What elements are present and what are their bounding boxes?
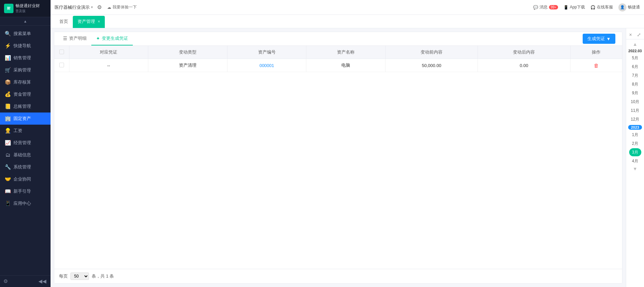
month-item-2023-3[interactable]: 3月	[629, 148, 641, 156]
fixed-assets-icon: 🏢	[5, 116, 11, 122]
month-item-6[interactable]: 6月	[629, 63, 641, 71]
sidebar-item-search[interactable]: 🔍 搜索菜单	[0, 28, 51, 40]
sub-tab-asset-detail[interactable]: ☰ 资产明细	[58, 32, 91, 45]
sidebar-item-purchase[interactable]: 🛒 采购管理	[0, 64, 51, 76]
avatar: 👤	[618, 3, 626, 11]
messages-btn[interactable]: 💬 消息 99+	[533, 4, 558, 10]
generate-voucher-btn[interactable]: 生成凭证 ▼	[583, 34, 615, 44]
table-container: 对应凭证 变动类型 资产编号 资产名称 变动前内容 变动后内容 操作	[54, 46, 622, 269]
delete-row-btn[interactable]: 🗑	[594, 63, 599, 68]
panel-expand-btn[interactable]: ⤢	[636, 32, 642, 38]
table-col-change-type: 变动类型	[148, 46, 227, 59]
customer-service-icon: 🎧	[590, 5, 595, 10]
sidebar-footer: ⚙ ◀◀	[0, 275, 51, 287]
table-col-asset-code: 资产编号	[227, 46, 306, 59]
sidebar-settings-btn[interactable]: ⚙	[3, 278, 8, 284]
sidebar-header: 财 畅捷通好业财 普及版	[0, 0, 51, 17]
main-area: 医疗器械行业演示 ▾ ⚙ ☁ 我要体验一下 💬 消息 99+ 📱 App下载 🎧…	[51, 0, 644, 287]
timeline-nav-down-btn[interactable]: ▼	[630, 165, 640, 172]
tab-close-btn[interactable]: ×	[98, 19, 100, 24]
sidebar-item-label: 快捷导航	[13, 43, 31, 49]
table-col-voucher: 对应凭证	[69, 46, 148, 59]
month-item-2023-4[interactable]: 4月	[629, 157, 641, 165]
row-change-type: 资产清理	[148, 59, 227, 72]
app-download-btn[interactable]: 📱 App下载	[563, 4, 585, 10]
tab-asset-management[interactable]: 资产管理 ×	[73, 16, 105, 28]
tab-home-label: 首页	[59, 19, 68, 25]
select-all-checkbox[interactable]	[59, 50, 64, 54]
enterprise-icon: 🤝	[5, 176, 11, 182]
panel-close-btn[interactable]: ×	[628, 32, 633, 38]
tab-home[interactable]: 首页	[55, 16, 73, 28]
sidebar-item-operations[interactable]: 📈 经营管理	[0, 137, 51, 149]
month-item-10[interactable]: 10月	[629, 98, 641, 106]
table-col-after: 变动后内容	[478, 46, 570, 59]
timeline-nav-up-btn[interactable]: ▲	[630, 41, 640, 47]
sidebar-item-basic-info[interactable]: 🗂 基础信息	[0, 149, 51, 161]
total-label: 条，共 1 条	[92, 273, 114, 279]
per-page-select[interactable]: 50 10 20 100	[70, 273, 89, 280]
panel-header: × ⤢	[626, 30, 644, 39]
row-asset-code[interactable]: 000001	[227, 59, 306, 72]
experience-btn[interactable]: ☁ 我要体验一下	[107, 4, 137, 10]
sidebar-item-label: 资金管理	[13, 91, 31, 97]
search-nav-icon: 🔍	[5, 31, 11, 37]
row-after-content: 0.00	[478, 59, 570, 72]
sub-tab-generate-voucher[interactable]: ✦ 变更生成凭证	[91, 32, 133, 45]
sidebar-item-label: 固定资产	[13, 116, 31, 122]
experience-label: 我要体验一下	[113, 4, 137, 10]
sidebar-item-inventory[interactable]: 📦 库存核算	[0, 76, 51, 88]
tabs-bar: 首页 资产管理 ×	[51, 15, 644, 28]
month-item-2023-2[interactable]: 2月	[629, 139, 641, 148]
topbar-settings-icon[interactable]: ⚙	[97, 4, 102, 10]
username-label: 畅捷通	[628, 4, 640, 10]
sidebar-item-label: 新手引导	[13, 188, 31, 194]
sidebar-item-app-center[interactable]: 📱 应用中心	[0, 197, 51, 210]
sidebar-nav: 🔍 搜索菜单 ⚡ 快捷导航 📊 销售管理 🛒 采购管理 📦 库存核算 💰 资金管…	[0, 26, 51, 275]
sidebar-item-enterprise[interactable]: 🤝 企业协同	[0, 173, 51, 185]
sidebar-item-label: 企业协同	[13, 176, 31, 182]
sidebar-item-fixed-assets[interactable]: 🏢 固定资产	[0, 113, 51, 125]
sidebar-item-salary[interactable]: 👷 工资	[0, 125, 51, 137]
sidebar-item-guide[interactable]: 📖 新手引导	[0, 185, 51, 197]
month-item-11[interactable]: 11月	[629, 106, 641, 115]
year-2022-label: 2022.03	[628, 49, 642, 53]
sidebar-item-quick-nav[interactable]: ⚡ 快捷导航	[0, 40, 51, 52]
inventory-icon: 📦	[5, 79, 11, 85]
sidebar-item-capital[interactable]: 💰 资金管理	[0, 88, 51, 100]
row-voucher: --	[69, 59, 148, 72]
table-header-checkbox	[54, 46, 69, 59]
timeline-container: ▲ 2022.03 5月 6月 7月 8月 9月 10月 11月 12月 202…	[626, 41, 644, 285]
system-icon: 🔧	[5, 164, 11, 170]
tab-asset-management-label: 资产管理	[78, 19, 95, 25]
salary-icon: 👷	[5, 128, 11, 134]
sidebar-item-ledger[interactable]: 📒 总账管理	[0, 100, 51, 113]
month-item-12[interactable]: 12月	[629, 115, 641, 123]
customer-service-btn[interactable]: 🎧 在线客服	[590, 4, 613, 10]
month-item-9[interactable]: 9月	[629, 89, 641, 97]
purchase-icon: 🛒	[5, 67, 11, 73]
company-selector[interactable]: 医疗器械行业演示 ▾	[55, 4, 93, 10]
sidebar-scroll-up-btn[interactable]: ▲	[23, 19, 28, 24]
sidebar-item-label: 搜索菜单	[13, 31, 31, 37]
month-item-7[interactable]: 7月	[629, 71, 641, 79]
company-name: 医疗器械行业演示	[55, 4, 90, 10]
sidebar-collapse-btn[interactable]: ◀◀	[38, 278, 47, 285]
sidebar-item-label: 应用中心	[13, 200, 31, 206]
user-profile-btn[interactable]: 👤 畅捷通	[618, 3, 640, 11]
month-item-5[interactable]: 5月	[629, 54, 641, 62]
month-item-2023-1[interactable]: 1月	[629, 131, 641, 139]
generate-btn-area: 生成凭证 ▼	[580, 34, 618, 44]
sub-tabs: ☰ 资产明细 ✦ 变更生成凭证 生成凭证 ▼	[54, 32, 622, 46]
sidebar-item-system[interactable]: 🔧 系统管理	[0, 161, 51, 173]
customer-service-label: 在线客服	[597, 4, 613, 10]
sidebar: 财 畅捷通好业财 普及版 ▲ 🔍 搜索菜单 ⚡ 快捷导航 📊 销售管理 🛒 采购…	[0, 0, 51, 287]
row-checkbox[interactable]	[59, 63, 64, 67]
month-item-8[interactable]: 8月	[629, 80, 641, 88]
table-col-before: 变动前内容	[386, 46, 478, 59]
experience-cloud-icon: ☁	[107, 5, 111, 10]
asset-detail-icon: ☰	[63, 36, 67, 41]
generate-voucher-btn-arrow: ▼	[606, 36, 611, 41]
sidebar-item-sales[interactable]: 📊 销售管理	[0, 52, 51, 64]
row-checkbox-cell	[54, 59, 69, 72]
